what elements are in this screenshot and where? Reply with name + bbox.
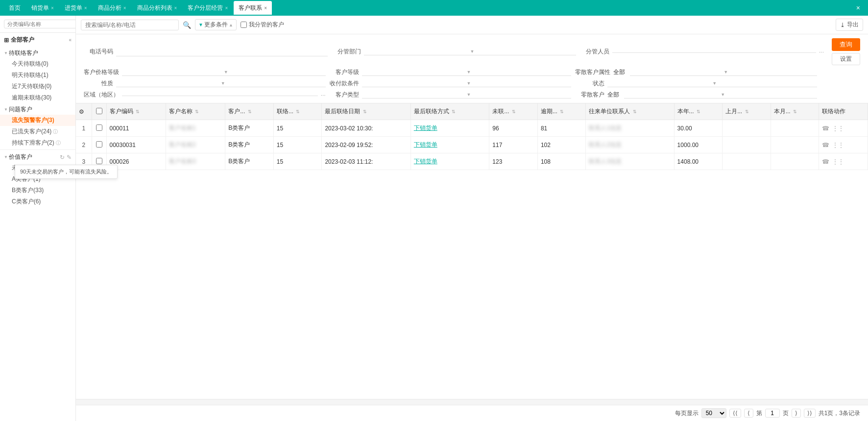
search-button[interactable]: 🔍 — [183, 21, 191, 29]
page-first-button[interactable]: ⟨⟨ — [729, 409, 741, 418]
action-more-icon[interactable]: ⋮⋮ — [832, 158, 844, 165]
manager-select[interactable] — [612, 50, 816, 53]
close-tab-customer-tier[interactable]: × — [225, 5, 228, 11]
sidebar-item-declining[interactable]: 持续下滑客户(2) ⓘ — [0, 137, 75, 149]
cust-type-select[interactable]: ▼ — [362, 91, 572, 99]
horizontal-scrollbar[interactable] — [76, 399, 868, 405]
sort-uncontacted[interactable]: ⇅ — [512, 109, 516, 114]
sort-contact2[interactable]: ⇅ — [633, 109, 637, 114]
sidebar-item-b-class[interactable]: B类客户(33) — [0, 185, 75, 196]
retail-cust-label: 零散客户 — [575, 91, 604, 99]
filter-row-3: 性质 ▼ 收付款条件 ▼ 状态 — [84, 79, 860, 88]
nature-select[interactable]: ▼ — [116, 80, 326, 87]
phone-input[interactable] — [116, 47, 328, 56]
query-button[interactable]: 查询 — [832, 38, 860, 51]
row-checkbox[interactable] — [96, 158, 102, 164]
sort-type[interactable]: ⇅ — [248, 109, 252, 114]
sidebar-item-today[interactable]: 今天待联络(0) — [0, 58, 75, 70]
price-level-select[interactable]: ▼ — [122, 69, 326, 76]
cust-type-chevron: ▼ — [467, 92, 570, 97]
sort-last-month[interactable]: ⇅ — [745, 109, 749, 114]
problem-customers-group[interactable]: ▼ 问题客户 — [0, 103, 75, 115]
nav-tab-analysis-list[interactable]: 商品分析列表 × — [132, 1, 182, 15]
sidebar-item-c-class[interactable]: C类客户(6) — [0, 196, 75, 207]
search-input-main[interactable] — [81, 20, 179, 30]
all-customers-header[interactable]: ⊞ 全部客户 « — [0, 33, 75, 47]
sidebar-item-churned[interactable]: 已流失客户(24) ⓘ — [0, 126, 75, 137]
col-last-method: 最后联络方式 ⇅ — [410, 103, 489, 120]
nav-tab-customer-contact[interactable]: 客户联系 × — [234, 1, 272, 15]
action-contact-icon[interactable]: ☎ — [822, 158, 829, 165]
row-contact: 15 — [273, 120, 322, 137]
action-more-icon[interactable]: ⋮⋮ — [832, 125, 844, 132]
action-more-icon[interactable]: ⋮⋮ — [832, 142, 844, 149]
sidebar-item-churn-warning[interactable]: 流失预警客户(3) — [0, 115, 75, 126]
my-customers-check[interactable] — [241, 22, 247, 28]
action-contact-icon[interactable]: ☎ — [822, 125, 829, 132]
sidebar-item-tomorrow[interactable]: 明天待联络(1) — [0, 70, 75, 81]
region-select[interactable] — [122, 94, 318, 96]
price-chevron: ▼ — [224, 70, 324, 74]
sidebar-search-input[interactable] — [4, 20, 76, 28]
sort-last-date[interactable]: ⇅ — [363, 109, 367, 114]
row-name: 客户名称2 — [166, 137, 225, 153]
more-conditions-button[interactable]: ▼ 更多条件 ▲ — [195, 19, 237, 30]
col-this-month: 本月... ⇅ — [771, 103, 819, 120]
col-settings[interactable]: ⚙ — [76, 103, 92, 120]
nav-tab-purchase[interactable]: 进货单 × — [60, 1, 92, 15]
close-tab-analysis[interactable]: × — [123, 5, 126, 11]
row-contact: 15 — [273, 153, 322, 170]
retail-attr-select[interactable]: ▼ — [630, 69, 817, 76]
edit-icon[interactable]: ✎ — [67, 154, 72, 161]
close-tab-customer-contact[interactable]: × — [264, 5, 267, 11]
value-customers-group[interactable]: ▼ 价值客户 ↻ ✎ — [0, 151, 75, 162]
sidebar-item-7days[interactable]: 近7天待联络(0) — [0, 81, 75, 92]
sort-overdue[interactable]: ⇅ — [560, 109, 564, 114]
sidebar-item-overdue[interactable]: 逾期未联络(30) — [0, 92, 75, 103]
payment-select[interactable]: ▼ — [362, 80, 572, 87]
page-prev-button[interactable]: ⟨ — [744, 409, 753, 418]
row-code: 000011 — [106, 120, 166, 137]
my-customers-checkbox[interactable]: 我分管的客户 — [241, 21, 284, 29]
page-next-button[interactable]: ⟩ — [792, 409, 801, 418]
nav-tab-customer-tier[interactable]: 客户分层经营 × — [183, 1, 233, 15]
nav-tab-home[interactable]: 首页 — [4, 4, 25, 12]
sort-this-month[interactable]: ⇅ — [793, 109, 797, 114]
row-checkbox[interactable] — [96, 124, 102, 131]
sort-name[interactable]: ⇅ — [195, 109, 199, 114]
sort-this-year[interactable]: ⇅ — [697, 109, 700, 114]
triangle-icon: ▼ — [4, 51, 8, 55]
export-button[interactable]: ⤓ 导出 — [836, 19, 863, 31]
close-tab-sales[interactable]: × — [51, 5, 54, 11]
col-overdue: 逾期... ⇅ — [537, 103, 586, 120]
row-last-month — [723, 120, 771, 137]
dept-select[interactable]: ▼ — [364, 48, 576, 55]
settings-gear-icon[interactable]: ⚙ — [79, 108, 84, 115]
manager-dots[interactable]: ··· — [819, 49, 824, 55]
row-checkbox[interactable] — [96, 141, 102, 148]
per-page-select[interactable]: 50 100 200 — [701, 408, 726, 418]
sort-contact[interactable]: ⇅ — [296, 109, 300, 114]
select-all-checkbox[interactable] — [96, 108, 102, 114]
nav-tab-analysis[interactable]: 商品分析 × — [93, 1, 131, 15]
close-all-button[interactable]: × — [852, 4, 864, 12]
page-number-input[interactable] — [765, 409, 780, 418]
status-select[interactable]: ▼ — [607, 80, 817, 87]
settings-button[interactable]: 设置 — [832, 53, 860, 65]
region-dots[interactable]: ··· — [321, 92, 326, 99]
retail-cust-select[interactable]: ▼ — [624, 91, 817, 99]
row-overdue: 81 — [537, 120, 586, 137]
sort-code[interactable]: ⇅ — [136, 109, 140, 114]
export-icon: ⤓ — [840, 22, 845, 28]
pending-contact-group[interactable]: ▼ 待联络客户 — [0, 47, 75, 58]
action-contact-icon[interactable]: ☎ — [822, 142, 829, 149]
close-tab-purchase[interactable]: × — [84, 5, 87, 11]
close-tab-analysis-list[interactable]: × — [174, 5, 177, 11]
cust-level-select[interactable]: ▼ — [362, 69, 572, 76]
table-container[interactable]: ⚙ 客户编码 ⇅ 客户名称 ⇅ — [76, 103, 868, 399]
page-last-button[interactable]: ⟩⟩ — [804, 409, 816, 418]
filter-retail-attr: 零散客户属性 全部 ▼ — [575, 68, 817, 76]
nav-tab-sales[interactable]: 销货单 × — [26, 1, 59, 15]
sort-last-method[interactable]: ⇅ — [452, 109, 456, 114]
refresh-icon[interactable]: ↻ — [60, 154, 65, 161]
